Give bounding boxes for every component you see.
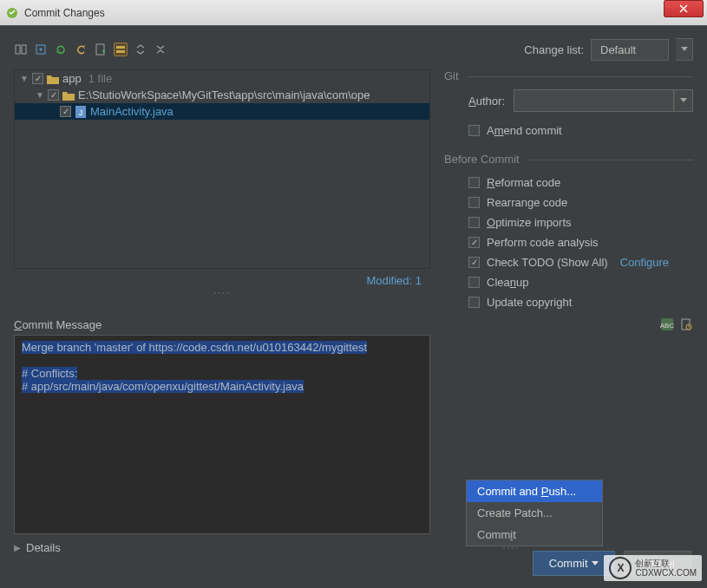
author-dropdown[interactable] xyxy=(674,89,693,112)
optimize-label: Optimize imports xyxy=(487,216,572,229)
expand-arrow-icon[interactable]: ▼ xyxy=(20,74,29,83)
msg-line3: # app/src/main/java/com/openxu/gittest/M… xyxy=(22,380,304,393)
commit-message-label: Commit Message xyxy=(14,318,101,331)
close-button[interactable] xyxy=(664,0,704,17)
commit-message-header: Commit Message ABC xyxy=(14,317,693,331)
svg-rect-5 xyxy=(116,46,125,49)
svg-rect-6 xyxy=(116,50,125,53)
folder-icon xyxy=(62,89,75,101)
app-icon xyxy=(5,6,19,20)
configure-link[interactable]: Configure xyxy=(620,256,669,269)
revert-icon[interactable] xyxy=(74,42,88,56)
move-icon[interactable] xyxy=(34,42,48,56)
tree-path-row[interactable]: ▼ E:\StutioWorkSpace\MyGitTest\app\src\m… xyxy=(15,87,429,103)
watermark: X 创新互联 CDXWCX.COM xyxy=(604,555,702,581)
spellcheck-icon[interactable]: ABC xyxy=(660,317,674,331)
menu-commit-push[interactable]: Commit and Push... xyxy=(467,480,602,502)
checkbox[interactable] xyxy=(32,73,43,84)
tree-file-row[interactable]: J MainActivity.java xyxy=(15,103,429,120)
history-icon[interactable] xyxy=(679,317,693,331)
expand-all-icon[interactable] xyxy=(134,42,147,56)
modified-count: Modified: 1 xyxy=(14,269,430,289)
changelist-selector: Change list: Default xyxy=(524,38,693,61)
toolbar xyxy=(14,42,167,56)
analysis-checkbox[interactable] xyxy=(468,237,480,248)
amend-checkbox[interactable] xyxy=(468,125,480,136)
checkbox[interactable] xyxy=(60,106,71,117)
commit-dropdown-menu: Commit and Push... Create Patch... Commi… xyxy=(466,480,603,546)
group-by-icon[interactable] xyxy=(114,42,128,56)
svg-text:ABC: ABC xyxy=(660,322,674,330)
analysis-label: Perform code analysis xyxy=(487,236,599,249)
tree-path-label: E:\StutioWorkSpace\MyGitTest\app\src\mai… xyxy=(78,88,370,101)
author-label: Author: xyxy=(444,95,514,108)
tree-root-label: app xyxy=(62,72,82,85)
splitter-grip[interactable]: •••• xyxy=(14,289,430,297)
svg-rect-2 xyxy=(22,45,26,54)
rearrange-label: Rearrange code xyxy=(487,196,567,209)
expand-arrow-icon[interactable]: ▼ xyxy=(36,90,44,100)
folder-icon xyxy=(47,73,59,85)
cleanup-label: Cleanup xyxy=(487,276,528,289)
changelist-dropdown[interactable] xyxy=(676,38,693,61)
titlebar: Commit Changes xyxy=(0,0,707,26)
msg-line2: # Conflicts: xyxy=(22,367,77,380)
java-file-icon: J xyxy=(75,106,87,118)
copyright-label: Update copyright xyxy=(487,296,572,309)
svg-text:J: J xyxy=(79,108,83,117)
menu-commit[interactable]: Commit xyxy=(467,524,602,546)
copyright-checkbox[interactable] xyxy=(468,297,480,308)
reformat-label: Reformat code xyxy=(487,176,560,189)
watermark-text: 创新互联 CDXWCX.COM xyxy=(635,559,697,578)
show-diff-icon[interactable] xyxy=(14,42,28,56)
watermark-logo: X xyxy=(609,557,632,579)
menu-create-patch[interactable]: Create Patch... xyxy=(467,502,602,524)
tree-file-label: MainActivity.java xyxy=(90,105,173,118)
tree-root-count: 1 file xyxy=(88,72,112,85)
checkbox[interactable] xyxy=(48,89,59,101)
changes-tree: ▼ app 1 file ▼ E:\StutioWorkSpace\MyGitT… xyxy=(14,69,430,269)
commit-message-input[interactable]: Merge branch 'master' of https://code.cs… xyxy=(14,335,430,534)
git-section: Git Author: Amend commit Before Commit R… xyxy=(444,69,693,312)
before-commit-title: Before Commit xyxy=(444,153,693,166)
todo-label: Check TODO (Show All) xyxy=(487,256,608,269)
msg-line1: Merge branch 'master' of https://code.cs… xyxy=(22,341,367,354)
tree-root-row[interactable]: ▼ app 1 file xyxy=(15,70,429,87)
details-label: Details xyxy=(26,541,61,554)
svg-rect-4 xyxy=(96,44,104,55)
changelist-value[interactable]: Default xyxy=(591,39,669,61)
cleanup-checkbox[interactable] xyxy=(468,277,480,288)
collapse-all-icon[interactable] xyxy=(154,42,167,56)
todo-checkbox[interactable] xyxy=(468,257,480,268)
new-changelist-icon[interactable] xyxy=(94,42,108,56)
chevron-right-icon: ▶ xyxy=(14,543,21,552)
reformat-checkbox[interactable] xyxy=(468,177,480,188)
amend-label: Amend commit xyxy=(487,124,562,137)
changelist-label: Change list: xyxy=(524,43,584,56)
window-title: Commit Changes xyxy=(24,7,702,19)
git-section-title: Git xyxy=(444,69,693,82)
optimize-checkbox[interactable] xyxy=(468,217,480,228)
rearrange-checkbox[interactable] xyxy=(468,197,480,208)
toolbar-row: Change list: Default xyxy=(14,38,693,61)
svg-rect-1 xyxy=(16,45,20,54)
commit-button[interactable]: Commit xyxy=(533,551,615,576)
refresh-icon[interactable] xyxy=(54,42,68,56)
author-input[interactable] xyxy=(514,89,674,112)
